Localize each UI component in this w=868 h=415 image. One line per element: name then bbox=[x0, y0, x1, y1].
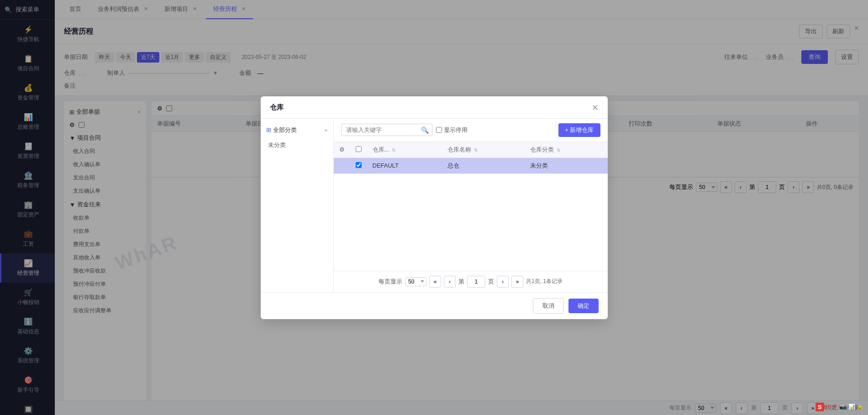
dialog-last-page[interactable]: » bbox=[511, 276, 523, 288]
all-categories-icon: ⊞ bbox=[266, 126, 271, 133]
dialog-footer: 取消 确定 bbox=[261, 292, 608, 319]
dialog-page-input[interactable] bbox=[467, 276, 485, 288]
search-wrap: 🔍 bbox=[341, 124, 432, 136]
dialog-first-page[interactable]: « bbox=[429, 276, 441, 288]
dialog-next-page[interactable]: › bbox=[497, 276, 509, 288]
confirm-button[interactable]: 确定 bbox=[568, 299, 599, 313]
dialog-left-panel: ⊞ 全部分类 « 未分类 bbox=[261, 119, 334, 292]
warehouse-dialog: 仓库 ✕ ⊞ 全部分类 « 未分类 bbox=[261, 96, 608, 319]
dialog-page-total: 共1页, 1条记录 bbox=[526, 278, 563, 285]
dialog-table-wrap: ⚙ 仓库... ⇅ 仓库名称 ⇅ bbox=[334, 142, 608, 271]
td-category: 未分类 bbox=[525, 158, 607, 173]
show-disabled-checkbox[interactable] bbox=[436, 127, 442, 133]
td-checkbox bbox=[350, 158, 367, 173]
corner-logo: S 中·🎙·📷·📊·🔒 bbox=[815, 403, 863, 411]
all-categories-label: 全部分类 bbox=[273, 126, 325, 134]
td-settings bbox=[334, 158, 350, 173]
dialog-page-suffix: 页 bbox=[488, 278, 494, 286]
dialog-close-btn[interactable]: ✕ bbox=[592, 103, 599, 113]
sort-icon-name: ⇅ bbox=[474, 147, 478, 152]
dialog-overlay[interactable]: 仓库 ✕ ⊞ 全部分类 « 未分类 bbox=[0, 0, 868, 415]
warehouse-table: ⚙ 仓库... ⇅ 仓库名称 ⇅ bbox=[334, 142, 608, 174]
collapse-icon[interactable]: « bbox=[324, 126, 327, 133]
dialog-left-header: ⊞ 全部分类 « bbox=[261, 124, 333, 138]
dialog-pagination: 每页显示 50 100 « ‹ 第 页 › » 共1页, 1条记录 bbox=[334, 271, 608, 292]
logo-text: 中·🎙·📷·📊·🔒 bbox=[826, 403, 863, 411]
dialog-body: ⊞ 全部分类 « 未分类 🔍 bbox=[261, 119, 608, 292]
th-warehouse-name: 仓库名称 ⇅ bbox=[442, 142, 525, 158]
sort-icon-category: ⇅ bbox=[557, 147, 560, 152]
dialog-per-page-label: 每页显示 bbox=[379, 278, 402, 286]
add-warehouse-button[interactable]: + 新增仓库 bbox=[558, 123, 600, 137]
table-settings-icon[interactable]: ⚙ bbox=[339, 146, 345, 153]
td-code: DEFAULT bbox=[367, 158, 442, 173]
th-warehouse-category: 仓库分类 ⇅ bbox=[525, 142, 607, 158]
cat-item-uncategorized[interactable]: 未分类 bbox=[261, 138, 333, 152]
row-checkbox[interactable] bbox=[356, 162, 362, 168]
logo-s: S bbox=[815, 403, 824, 411]
dialog-page-size-select[interactable]: 50 100 bbox=[405, 277, 426, 286]
sort-icon-code: ⇅ bbox=[392, 147, 395, 152]
warehouse-search-input[interactable] bbox=[341, 124, 432, 136]
th-warehouse-code: 仓库... ⇅ bbox=[367, 142, 442, 158]
dialog-right-panel: 🔍 显示停用 + 新增仓库 bbox=[334, 119, 608, 292]
dialog-title: 仓库 bbox=[270, 103, 284, 112]
th-checkbox bbox=[350, 142, 367, 158]
cancel-button[interactable]: 取消 bbox=[533, 298, 564, 314]
th-settings: ⚙ bbox=[334, 142, 350, 158]
dialog-toolbar: 🔍 显示停用 + 新增仓库 bbox=[334, 119, 608, 142]
dialog-header: 仓库 ✕ bbox=[261, 96, 608, 119]
dialog-prev-page[interactable]: ‹ bbox=[444, 276, 456, 288]
select-all-checkbox[interactable] bbox=[356, 146, 362, 152]
show-disabled-label: 显示停用 bbox=[436, 126, 468, 134]
dialog-page-label: 第 bbox=[458, 278, 464, 286]
dialog-search-wrap: 🔍 显示停用 bbox=[341, 124, 468, 136]
td-name: 总仓 bbox=[442, 158, 525, 173]
table-row[interactable]: DEFAULT 总仓 未分类 bbox=[334, 158, 608, 173]
